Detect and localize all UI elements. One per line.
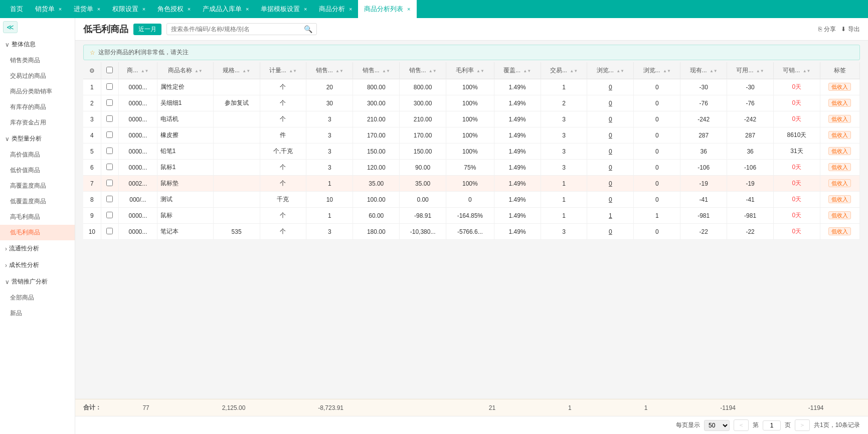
share-button[interactable]: ⎘ 分享 xyxy=(818,25,836,34)
row-browse1[interactable]: 0 xyxy=(587,176,634,192)
sidebar-item-low-coverage[interactable]: 低覆盖度商品 xyxy=(0,194,75,209)
export-button[interactable]: ⬇ 导出 xyxy=(841,25,860,34)
prev-page-button[interactable]: ＜ xyxy=(734,419,749,431)
row-unit: 个 xyxy=(260,208,306,224)
col-checkbox[interactable] xyxy=(101,62,118,79)
row-checkbox[interactable] xyxy=(101,160,118,176)
sidebar-item-traded-goods[interactable]: 交易过的商品 xyxy=(0,68,75,84)
row-sales-price: 60.00 xyxy=(353,208,400,224)
search-input[interactable] xyxy=(171,26,304,33)
col-tag[interactable]: 标签 xyxy=(820,62,859,79)
close-role-icon[interactable]: × xyxy=(188,6,191,12)
search-box[interactable]: 🔍 xyxy=(166,23,317,35)
col-sellable[interactable]: 可销... ▲▼ xyxy=(774,62,820,79)
row-unit: 个 xyxy=(260,160,306,176)
row-checkbox[interactable] xyxy=(101,127,118,143)
sidebar-item-low-value[interactable]: 低价值商品 xyxy=(0,163,75,178)
row-browse1[interactable]: 0 xyxy=(587,79,634,95)
nav-home[interactable]: 首页 xyxy=(4,0,29,18)
sidebar-item-high-value[interactable]: 高价值商品 xyxy=(0,147,75,163)
col-sales-amount[interactable]: 销售... ▲▼ xyxy=(400,62,446,79)
row-sales-price: 150.00 xyxy=(353,143,400,160)
nav-permission[interactable]: 权限设置 × xyxy=(106,0,151,18)
close-analysis-icon[interactable]: × xyxy=(349,6,352,12)
close-permission-icon[interactable]: × xyxy=(142,6,145,12)
footer-sales-count: 77 xyxy=(142,404,149,411)
col-gross-margin[interactable]: 毛利率 ▲▼ xyxy=(446,62,494,79)
sidebar-group-marketing[interactable]: ∨ 营销推广分析 xyxy=(0,273,75,290)
search-icon[interactable]: 🔍 xyxy=(304,25,312,33)
col-code[interactable]: 商... ▲▼ xyxy=(119,62,157,79)
page-input[interactable] xyxy=(763,420,781,430)
sidebar-item-high-coverage[interactable]: 高覆盖度商品 xyxy=(0,178,75,194)
sidebar-item-all-goods[interactable]: 全部商品 xyxy=(0,290,75,306)
col-browse1[interactable]: 浏览... ▲▼ xyxy=(587,62,634,79)
row-sellable: 31天 xyxy=(774,143,820,160)
row-tag: 低收入 xyxy=(820,208,859,224)
nav-analysis-list[interactable]: 商品分析列表 × xyxy=(358,0,416,18)
col-unit[interactable]: 计量... ▲▼ xyxy=(260,62,306,79)
row-browse1[interactable]: 0 xyxy=(587,95,634,111)
row-browse1[interactable]: 0 xyxy=(587,143,634,160)
row-browse1[interactable]: 0 xyxy=(587,127,634,143)
nav-purchase[interactable]: 进货单 × xyxy=(68,0,106,18)
col-settings[interactable]: ⚙ xyxy=(83,62,101,79)
row-checkbox[interactable] xyxy=(101,143,118,160)
col-browse2[interactable]: 浏览... ▲▼ xyxy=(634,62,680,79)
row-gross-margin: 0 xyxy=(446,192,494,208)
sidebar-group-circulation[interactable]: › 流通性分析 xyxy=(0,240,75,257)
close-template-icon[interactable]: × xyxy=(304,6,307,12)
col-available[interactable]: 可用... ▲▼ xyxy=(727,62,774,79)
sidebar-item-capital[interactable]: 库存资金占用 xyxy=(0,115,75,130)
col-sales-count[interactable]: 销售... ▲▼ xyxy=(306,62,353,79)
row-sales-count: 3 xyxy=(306,224,353,240)
row-browse1[interactable]: 0 xyxy=(587,192,634,208)
row-checkbox[interactable] xyxy=(101,208,118,224)
row-checkbox[interactable] xyxy=(101,176,118,192)
row-browse1[interactable]: 0 xyxy=(587,111,634,127)
row-checkbox[interactable] xyxy=(101,224,118,240)
row-checkbox[interactable] xyxy=(101,192,118,208)
row-browse1[interactable]: 0 xyxy=(587,224,634,240)
col-current[interactable]: 现有... ▲▼ xyxy=(680,62,727,79)
row-coverage: 1.49% xyxy=(494,208,541,224)
row-sales-price: 210.00 xyxy=(353,111,400,127)
sidebar-group-growth[interactable]: › 成长性分析 xyxy=(0,257,75,273)
select-all-checkbox[interactable] xyxy=(106,67,113,73)
col-coverage[interactable]: 覆盖... ▲▼ xyxy=(494,62,541,79)
next-page-button[interactable]: ＞ xyxy=(795,419,810,431)
nav-role[interactable]: 角色授权 × xyxy=(151,0,197,18)
col-transaction[interactable]: 交易... ▲▼ xyxy=(541,62,587,79)
sidebar-item-new-goods[interactable]: 新品 xyxy=(0,306,75,321)
sidebar-item-category-rate[interactable]: 商品分类助销率 xyxy=(0,84,75,99)
date-filter-button[interactable]: 近一月 xyxy=(133,24,161,35)
sidebar-item-low-margin[interactable]: 低毛利商品 xyxy=(0,225,75,240)
sidebar-item-sales-goods[interactable]: 销售类商品 xyxy=(0,53,75,68)
nav-product-entry[interactable]: 产成品入库单 × xyxy=(197,0,255,18)
close-purchase-icon[interactable]: × xyxy=(97,6,100,12)
col-spec[interactable]: 规格... ▲▼ xyxy=(213,62,260,79)
sidebar-item-inventory-goods[interactable]: 有库存的商品 xyxy=(0,99,75,115)
col-sales-price[interactable]: 销售... ▲▼ xyxy=(353,62,400,79)
row-coverage: 1.49% xyxy=(494,224,541,240)
nav-template[interactable]: 单据模板设置 × xyxy=(255,0,313,18)
row-checkbox[interactable] xyxy=(101,111,118,127)
nav-analysis[interactable]: 商品分析 × xyxy=(313,0,358,18)
close-analysis-list-icon[interactable]: × xyxy=(407,6,410,12)
sidebar-group-type[interactable]: ∨ 类型量分析 xyxy=(0,130,75,147)
collapse-sidebar-button[interactable]: ≪ xyxy=(3,21,18,33)
close-product-entry-icon[interactable]: × xyxy=(246,6,249,12)
sidebar-group-overall[interactable]: ∨ 整体信息 xyxy=(0,36,75,53)
row-checkbox[interactable] xyxy=(101,79,118,95)
close-sales-icon[interactable]: × xyxy=(59,6,62,12)
row-unit: 个 xyxy=(260,176,306,192)
col-name[interactable]: 商品名称 ▲▼ xyxy=(157,62,213,79)
row-browse1[interactable]: 0 xyxy=(587,160,634,176)
per-page-select[interactable]: 50 100 200 xyxy=(704,420,730,431)
table-wrapper: ⚙ 商... ▲▼ 商品名称 ▲▼ 规格... ▲▼ 计量... ▲▼ 销售..… xyxy=(75,62,868,399)
table-row: 1 0000... 属性定价 个 20 800.00 800.00 100% 1… xyxy=(83,79,860,95)
nav-sales[interactable]: 销货单 × xyxy=(29,0,68,18)
row-checkbox[interactable] xyxy=(101,95,118,111)
row-browse1[interactable]: 1 xyxy=(587,208,634,224)
sidebar-item-high-margin[interactable]: 高毛利商品 xyxy=(0,209,75,225)
